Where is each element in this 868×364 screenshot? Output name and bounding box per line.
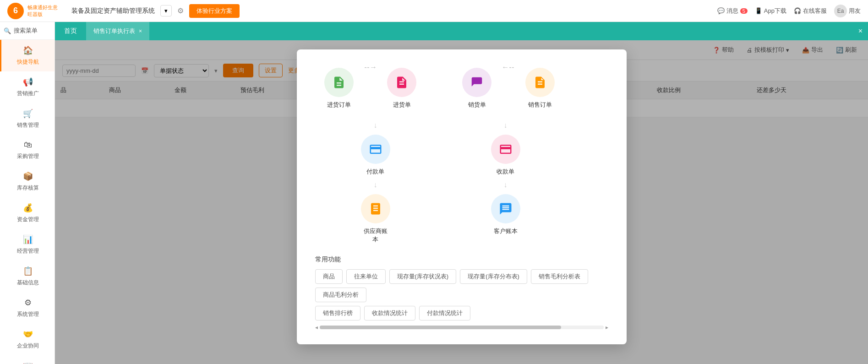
scroll-left-arrow[interactable]: ◂: [315, 324, 318, 331]
arrow-receipt-to-customer: ↓: [504, 181, 508, 189]
experience-btn[interactable]: 体验行业方案: [189, 4, 240, 18]
function-btns-row2: 销售排行榜 收款情况统计 付款情况统计: [315, 306, 608, 321]
customer-ledger-circle: [491, 194, 520, 223]
search-icon: 🔍: [4, 27, 11, 34]
purchase-bill-circle: [387, 68, 416, 97]
system-dropdown[interactable]: ▾: [160, 5, 172, 16]
flow-node-purchase-bill: 进货单: [378, 63, 426, 114]
func-btn-receipt-stats[interactable]: 收款情况统计: [364, 306, 415, 321]
app-download-item[interactable]: 📱 App下载: [755, 7, 786, 15]
quick-nav-icon: 🏠: [23, 45, 33, 55]
function-btns-row1: 商品 往来单位 现存量(库存状况表) 现存量(库存分布表) 销售毛利分析表 商品…: [315, 269, 608, 302]
sidebar-item-marketing[interactable]: 📢 营销推广: [0, 71, 55, 103]
flow-node-receipt: 收款单: [482, 130, 530, 180]
arrow-bill-to-receipt: ↓: [504, 122, 508, 129]
system-title: 装备及固定资产辅助管理系统: [71, 7, 155, 15]
page-content: ❓ 帮助 🖨 按模板打印 ▾ 📤 导出 🔄 刷新: [55, 40, 868, 364]
func-btn-product[interactable]: 商品: [315, 269, 343, 284]
marketing-icon: 📢: [23, 77, 33, 87]
tab-home[interactable]: 首页: [55, 22, 86, 40]
sales-order-circle: [525, 68, 555, 97]
sales-icon: 🛒: [23, 109, 33, 119]
sidebar-item-finance[interactable]: 💰 资金管理: [0, 197, 55, 229]
arrow-purchase-order-to-bill: - - →: [365, 63, 377, 85]
service-icon: 🎧: [794, 7, 801, 14]
tab-close-btn[interactable]: ×: [139, 28, 142, 34]
scroll-track[interactable]: [320, 326, 604, 329]
basic-icon: 📋: [23, 266, 33, 276]
sidebar-item-basic[interactable]: 📋 基础信息: [0, 261, 55, 292]
func-btn-stock-dist[interactable]: 现存量(库存分布表): [460, 269, 527, 284]
func-btn-payment-stats[interactable]: 付款情况统计: [419, 306, 470, 321]
tab-sales-order[interactable]: 销售订单执行表 ×: [86, 22, 149, 40]
sidebar-item-enterprise[interactable]: 🤝 企业协同: [0, 324, 55, 355]
sidebar-item-quick-nav[interactable]: 🏠 快捷导航: [0, 40, 55, 71]
sidebar-item-inventory[interactable]: 📦 库存核算: [0, 166, 55, 197]
content-area: 首页 销售订单执行表 × × ❓ 帮助 🖨: [55, 22, 868, 364]
receipt-circle: [491, 135, 520, 164]
payment-circle: [361, 135, 390, 164]
modal-scroll-bar: ◂ ▸: [315, 324, 608, 331]
inventory-icon: 📦: [23, 171, 33, 181]
arrow-bill-to-payment: ↓: [374, 122, 377, 129]
sidebar-item-operations[interactable]: 📊 经营管理: [0, 229, 55, 261]
sidebar-item-system[interactable]: ⚙ 系统管理: [0, 292, 55, 324]
purchase-order-circle: [324, 68, 354, 97]
func-btn-stock-status[interactable]: 现存量(库存状况表): [389, 269, 457, 284]
supplier-ledger-circle: [361, 194, 390, 223]
flow-node-payment: 付款单: [352, 130, 399, 180]
func-btn-sales-rank[interactable]: 销售排行榜: [315, 306, 360, 321]
sidebar-item-purchase[interactable]: 🛍 采购管理: [0, 135, 55, 166]
logo-area: 6 畅康通好生意 旺器版: [7, 3, 62, 19]
sidebar-search[interactable]: 🔍 搜索菜单: [0, 22, 55, 40]
newbie-icon: 📖: [23, 361, 33, 364]
func-btn-partner[interactable]: 往来单位: [346, 269, 386, 284]
top-bar-left: 6 畅康通好生意 旺器版 装备及固定资产辅助管理系统 ▾ ⚙ 体验行业方案: [7, 3, 240, 19]
tab-bar-close-btn[interactable]: ×: [858, 27, 863, 35]
flow-node-sales-order: 销售订单: [516, 63, 564, 114]
main-layout: 🔍 搜索菜单 🏠 快捷导航 📢 营销推广 🛒 销售管理 🛍 采购管理 📦: [0, 22, 868, 364]
sidebar-item-sales[interactable]: 🛒 销售管理: [0, 103, 55, 135]
purchase-icon: 🛍: [24, 140, 32, 150]
arrow-sales-order-to-bill: - - →: [502, 63, 514, 85]
flow-node-supplier-ledger: 供应商账本: [352, 190, 399, 248]
finance-icon: 💰: [23, 203, 33, 213]
quick-nav-modal: 进货订单 - - → 进货单: [297, 49, 627, 344]
logo-icon: 6: [7, 3, 24, 19]
arrow-payment-to-supplier: ↓: [374, 181, 377, 189]
logo-text: 畅康通好生意 旺器版: [27, 4, 58, 17]
flow-node-sales-bill: 销货单: [453, 63, 501, 114]
message-badge: 5: [740, 8, 748, 14]
operations-icon: 📊: [23, 234, 33, 244]
flow-node-purchase-order: 进货订单: [315, 63, 363, 114]
top-bar-right: 💬 消息 5 📱 App下载 🎧 在线客服 Ea 用友: [717, 5, 861, 17]
sidebar: 🔍 搜索菜单 🏠 快捷导航 📢 营销推广 🛒 销售管理 🛍 采购管理 📦: [0, 22, 55, 364]
flow-node-customer-ledger: 客户账本: [482, 190, 530, 240]
func-btn-product-profit[interactable]: 商品毛利分析: [315, 288, 366, 302]
message-item[interactable]: 💬 消息 5: [717, 7, 748, 15]
common-functions-title: 常用功能: [315, 255, 608, 264]
scroll-thumb: [320, 326, 561, 329]
online-service-item[interactable]: 🎧 在线客服: [794, 7, 827, 15]
system-icon: ⚙: [24, 298, 32, 308]
user-item[interactable]: Ea 用友: [834, 5, 861, 17]
common-functions: 常用功能 商品 往来单位 现存量(库存状况表) 现存量(库存分布表) 销售毛利分…: [315, 255, 608, 321]
modal-overlay: 进货订单 - - → 进货单: [55, 40, 868, 364]
scroll-right-arrow[interactable]: ▸: [606, 324, 608, 331]
download-icon: 📱: [755, 7, 762, 14]
message-icon: 💬: [717, 7, 725, 14]
sidebar-item-newbie[interactable]: 📖 新手引导: [0, 355, 55, 364]
settings-icon[interactable]: ⚙: [177, 6, 184, 15]
sales-bill-circle: [462, 68, 491, 97]
func-btn-sales-analysis[interactable]: 销售毛利分析表: [531, 269, 588, 284]
tab-bar: 首页 销售订单执行表 × ×: [55, 22, 868, 40]
avatar: Ea: [834, 5, 847, 17]
top-bar: 6 畅康通好生意 旺器版 装备及固定资产辅助管理系统 ▾ ⚙ 体验行业方案 💬 …: [0, 0, 868, 22]
enterprise-icon: 🤝: [23, 329, 33, 339]
